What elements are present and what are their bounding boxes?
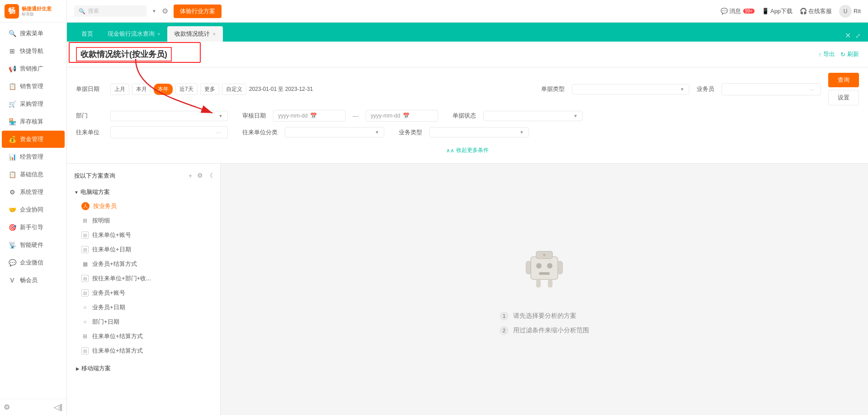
- status-select[interactable]: ▼: [483, 111, 583, 121]
- circle1-icon: ○: [81, 304, 89, 311]
- date-btn-more[interactable]: 更多: [200, 84, 219, 95]
- tree-item-dept-date[interactable]: ○ 部门+日期: [67, 315, 220, 329]
- mobile-section: ▶ 移动端方案: [67, 360, 220, 377]
- sidebar-nav: 🔍 搜索菜单 ⊞ 快捷导航 📢 营销推广 📋 销售管理 🛒 采购管理 🏪: [0, 23, 66, 399]
- collapse-icon: ∧∧: [446, 147, 454, 154]
- tree-item-salesman-settlement[interactable]: ▦ 业务员+结算方式: [67, 257, 220, 271]
- sidebar-item-wechat[interactable]: 💬 企业微信: [2, 254, 65, 271]
- sales-icon: 📋: [8, 82, 16, 90]
- member-icon: V: [8, 276, 16, 284]
- sidebar-item-sales[interactable]: 📋 销售管理: [2, 78, 65, 95]
- svg-rect-0: [531, 257, 558, 279]
- collapse-sidebar-icon[interactable]: ◁∥: [54, 403, 63, 411]
- tab-close-all-icon[interactable]: ✕: [845, 31, 851, 40]
- tree-item-partner-settlement1[interactable]: ⊞ 往来单位+结算方式: [67, 329, 220, 344]
- topbar-search[interactable]: 🔍 搜索: [74, 5, 146, 17]
- sq4-icon: ⊟: [81, 289, 89, 297]
- warehouse-icon: 🏪: [8, 118, 16, 126]
- tree-item-partner-dept-collect[interactable]: ⊟ 按往来单位+部门+收...: [67, 271, 220, 286]
- sidebar-item-marketing[interactable]: 📢 营销推广: [2, 60, 65, 77]
- main-content: 🔍 搜索 ▼ ⚙ 体验行业方案 💬 消息 99+ 📱 App下载 🎧 在线客服: [67, 0, 868, 415]
- salesman-select[interactable]: ···: [722, 83, 821, 95]
- sidebar-item-inventory[interactable]: 🏪 库存核算: [2, 113, 65, 130]
- tab-receipt-stats[interactable]: 收款情况统计 ×: [167, 26, 222, 42]
- date-btn-last-month[interactable]: 上月: [110, 84, 129, 95]
- sidebar: 畅 畅捷通好生意 标准版 🔍 搜索菜单 ⊞ 快捷导航 📢 营销推广 📋 销: [0, 0, 67, 415]
- tab-maximize-icon[interactable]: ⤢: [855, 32, 861, 39]
- topbar-dropdown-arrow[interactable]: ▼: [152, 9, 156, 14]
- step-num-2: 2: [500, 326, 509, 335]
- tree-item-partner-settlement2[interactable]: ⊟ 往来单位+结算方式: [67, 344, 220, 358]
- tree-item-partner-date[interactable]: ⊟ 往来单位+日期: [67, 242, 220, 257]
- sidebar-item-guide[interactable]: 🎯 新手引导: [2, 219, 65, 236]
- sidebar-item-member[interactable]: V 畅会员: [2, 272, 65, 289]
- grid-icon: ⊞: [8, 47, 16, 55]
- user-avatar[interactable]: U Rit: [839, 5, 861, 18]
- dept-select[interactable]: ▼: [110, 111, 228, 121]
- sidebar-item-hardware[interactable]: 📡 智能硬件: [2, 236, 65, 254]
- partner-category-select[interactable]: ▼: [285, 127, 384, 137]
- type-select[interactable]: ▼: [572, 84, 689, 94]
- filter-panel: 单据日期 上月 本月 本年 近7天 更多 自定义 2023-01-01 至 20…: [67, 67, 868, 164]
- sidebar-item-enterprise[interactable]: 🤝 企业协同: [2, 201, 65, 218]
- sidebar-item-basic-info[interactable]: 📋 基础信息: [2, 166, 65, 183]
- topbar-gear-icon[interactable]: ⚙: [162, 7, 168, 15]
- tree-arrow-mobile: ▶: [76, 366, 80, 371]
- sidebar-item-finance[interactable]: 💰 资金管理: [2, 131, 65, 148]
- date-btn-this-year[interactable]: 本年: [154, 84, 173, 95]
- sq5-icon: ⊟: [81, 347, 89, 354]
- refresh-icon: ↻: [840, 51, 845, 58]
- salesman-ellipsis[interactable]: ···: [809, 86, 814, 93]
- sidebar-item-quick-nav[interactable]: ⊞ 快捷导航: [2, 42, 65, 60]
- grid2-icon: ⊞: [81, 217, 89, 224]
- sidebar-item-operations[interactable]: 📊 经营管理: [2, 148, 65, 165]
- date-btn-7days[interactable]: 近7天: [175, 84, 198, 95]
- tree-item-salesman-date[interactable]: ○ 业务员+日期: [67, 300, 220, 315]
- partner-select[interactable]: ···: [110, 126, 228, 138]
- refresh-btn[interactable]: ↻ 刷新: [840, 50, 859, 58]
- tree-item-by-detail[interactable]: ⊞ 按明细: [67, 213, 220, 228]
- tree-parent-desktop[interactable]: ▼ 电脑端方案: [67, 185, 220, 199]
- logo-icon: 畅: [5, 4, 19, 19]
- tab-home[interactable]: 首页: [74, 26, 100, 42]
- settings-bottom-icon[interactable]: ⚙: [4, 403, 10, 411]
- filter-row-3: 往来单位 ··· 往来单位分类 ▼ 业务类型 ▼: [76, 126, 859, 138]
- query-btn[interactable]: 查询: [828, 73, 859, 87]
- app-download[interactable]: 📱 App下载: [762, 7, 793, 15]
- partner-ellipsis[interactable]: ···: [216, 129, 221, 136]
- audit-date-to[interactable]: yyyy-mm-dd 📅: [366, 110, 438, 122]
- biz-type-select[interactable]: ▼: [429, 127, 529, 137]
- tab-bank-flow[interactable]: 现金银行流水查询 ×: [100, 26, 167, 42]
- logo-area: 畅 畅捷通好生意 标准版: [0, 0, 66, 23]
- sidebar-item-purchase[interactable]: 🛒 采购管理: [2, 95, 65, 113]
- status-select-arrow: ▼: [573, 113, 578, 118]
- date-btn-this-month[interactable]: 本月: [132, 84, 151, 95]
- online-service[interactable]: 🎧 在线客服: [800, 7, 832, 15]
- tree-item-salesman-account[interactable]: ⊟ 业务员+账号: [67, 286, 220, 300]
- audit-date-from[interactable]: yyyy-mm-dd 📅: [273, 110, 345, 122]
- date-btn-custom[interactable]: 自定义: [222, 84, 246, 95]
- empty-state: 1 请先选择要分析的方案 2 用过滤条件来缩小分析范围: [500, 239, 589, 340]
- settings-scheme-icon[interactable]: ⚙: [197, 172, 203, 180]
- settings-btn[interactable]: 设置: [828, 90, 859, 105]
- add-scheme-icon[interactable]: ＋: [187, 172, 193, 180]
- tree-parent-mobile[interactable]: ▶ 移动端方案: [67, 362, 220, 375]
- tab-close-receipt-stats[interactable]: ×: [212, 31, 215, 37]
- export-btn[interactable]: ↑ 导出: [819, 50, 835, 58]
- download-icon: 📱: [762, 8, 769, 14]
- trial-btn[interactable]: 体验行业方案: [174, 5, 222, 18]
- collapse-btn[interactable]: ∧∧ 收起更多条件: [76, 143, 859, 158]
- tree-item-by-salesman[interactable]: 人 按业务员: [67, 199, 220, 213]
- sidebar-bottom: ⚙ ◁∥: [0, 399, 66, 415]
- sidebar-item-search-menu[interactable]: 🔍 搜索菜单: [2, 25, 65, 42]
- message-area[interactable]: 💬 消息 99+: [721, 7, 755, 15]
- svg-rect-9: [539, 272, 550, 275]
- dept-select-arrow: ▼: [218, 113, 223, 118]
- empty-illustration: [500, 239, 589, 302]
- page-title: 收款情况统计(按业务员): [76, 47, 172, 61]
- panel-header: 按以下方案查询 ＋ ⚙ 《: [67, 168, 220, 184]
- collapse-panel-icon[interactable]: 《: [207, 172, 213, 180]
- tab-close-bank-flow[interactable]: ×: [157, 31, 160, 37]
- sidebar-item-system[interactable]: ⚙ 系统管理: [2, 184, 65, 201]
- tree-item-partner-account[interactable]: ⊟ 往来单位+账号: [67, 228, 220, 242]
